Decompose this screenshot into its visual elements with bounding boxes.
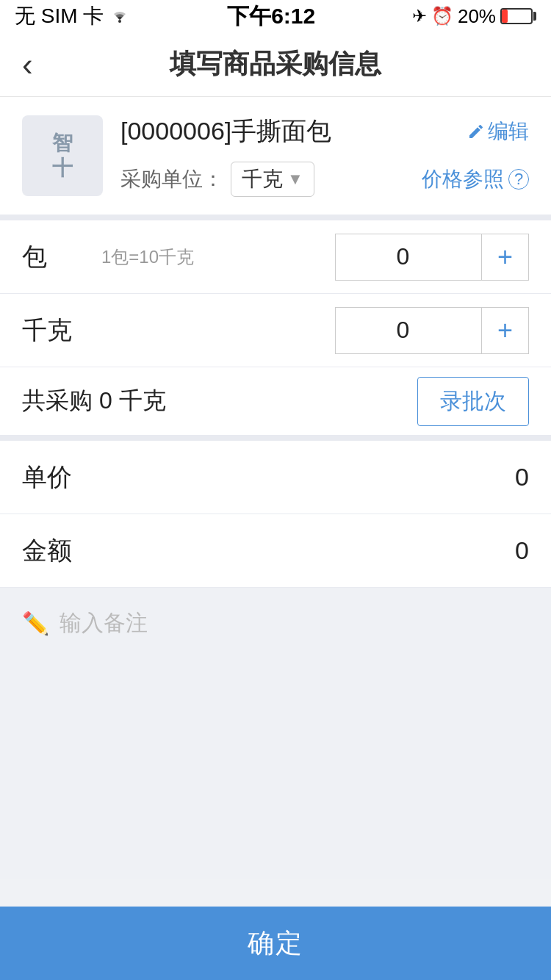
input-section: 包 1包=10千克 + 千克 + (0, 220, 551, 367)
kg-row: 千克 + (0, 294, 551, 367)
remark-section[interactable]: ✏️ 输入备注 (0, 588, 551, 659)
kg-label: 千克 (22, 314, 96, 347)
kg-controls: + (335, 307, 529, 354)
unit-select[interactable]: 千克 ▼ (231, 162, 314, 197)
carrier-text: 无 SIM 卡 (15, 2, 104, 30)
battery-percent: 20% (458, 5, 496, 28)
unit-price-label: 单价 (22, 461, 72, 494)
page-title: 填写商品采购信息 (170, 46, 381, 82)
bao-plus-button[interactable]: + (482, 234, 529, 281)
kg-input[interactable] (335, 307, 482, 354)
status-left: 无 SIM 卡 (15, 2, 130, 30)
amount-row: 金额 0 (0, 514, 551, 588)
bao-row: 包 1包=10千克 + (0, 220, 551, 294)
unit-price-row: 单价 0 (0, 441, 551, 514)
price-section: 单价 0 金额 0 (0, 441, 551, 588)
product-card: 智 十 [0000006]手撕面包 编辑 采购单位： 千克 ▼ (0, 97, 551, 220)
amount-value: 0 (515, 536, 529, 565)
unit-label: 采购单位： (120, 165, 223, 193)
unit-price-value: 0 (515, 463, 529, 491)
empty-space (0, 659, 551, 879)
bao-input[interactable] (335, 234, 482, 281)
product-info: [0000006]手撕面包 编辑 采购单位： 千克 ▼ 价格参照 ? (120, 115, 529, 197)
product-unit-row: 采购单位： 千克 ▼ 价格参照 ? (120, 162, 529, 197)
wifi-icon (109, 4, 130, 28)
product-logo: 智 十 (52, 131, 73, 180)
summary-text: 共采购 0 千克 (22, 385, 166, 417)
status-time: 下午6:12 (227, 1, 315, 32)
status-bar: 无 SIM 卡 下午6:12 ✈ ⏰ 20% (0, 0, 551, 32)
product-image: 智 十 (22, 115, 103, 196)
bao-label: 包 (22, 240, 96, 274)
bao-controls: + (335, 234, 529, 281)
price-ref-button[interactable]: 价格参照 ? (422, 165, 529, 193)
bao-sub: 1包=10千克 (101, 245, 194, 269)
product-name: [0000006]手撕面包 (120, 115, 331, 148)
kg-plus-button[interactable]: + (482, 307, 529, 354)
back-button[interactable]: ‹ (22, 48, 33, 81)
location-icon: ✈ (412, 6, 427, 26)
remark-placeholder: 输入备注 (60, 608, 148, 638)
batch-button[interactable]: 录批次 (417, 377, 529, 426)
summary-row: 共采购 0 千克 录批次 (0, 367, 551, 441)
product-name-row: [0000006]手撕面包 编辑 (120, 115, 529, 148)
amount-label: 金额 (22, 534, 72, 568)
alarm-icon: ⏰ (431, 6, 453, 26)
help-icon: ? (508, 169, 529, 190)
nav-bar: ‹ 填写商品采购信息 (0, 32, 551, 97)
svg-point-0 (118, 20, 121, 23)
confirm-button[interactable]: 确定 (0, 907, 551, 980)
pencil-icon: ✏️ (22, 610, 49, 636)
edit-button[interactable]: 编辑 (467, 118, 529, 145)
battery-icon (500, 8, 536, 24)
chevron-down-icon: ▼ (287, 170, 303, 189)
status-right: ✈ ⏰ 20% (412, 5, 536, 28)
